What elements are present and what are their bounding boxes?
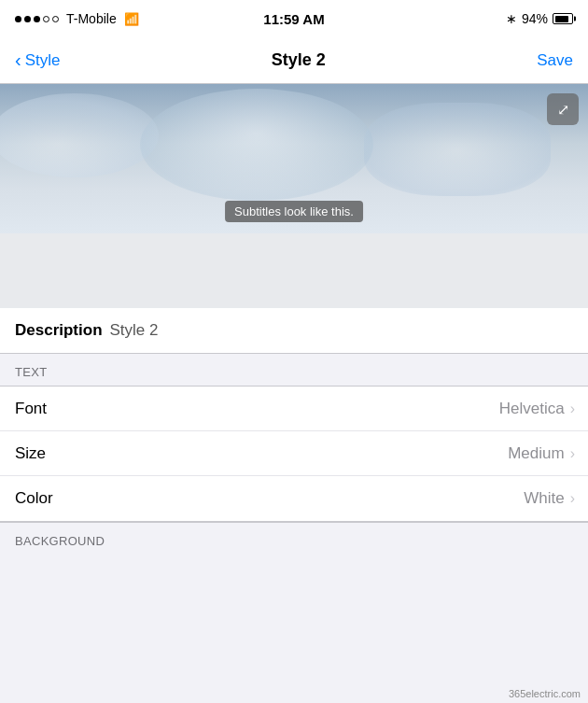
nav-title: Style 2 [272,50,326,70]
size-row[interactable]: Size Medium › [0,431,588,476]
font-value: Helvetica [499,400,565,418]
dot-3 [34,16,40,22]
text-section-header-label: TEXT [15,365,47,379]
preview-bottom-area [0,233,588,308]
size-value-container: Medium › [508,444,573,463]
status-bar-left: T-Mobile 📶 [15,11,139,26]
back-label: Style [25,51,61,70]
color-label: Color [15,489,53,508]
background-section-header-label: BACKGROUND [15,534,105,548]
dot-4 [43,16,49,22]
wifi-icon: 📶 [124,12,139,26]
battery-icon [553,13,573,24]
cloud-decoration-3 [140,89,373,201]
dot-5 [52,16,59,22]
cloud-decoration-2 [364,103,551,196]
background-section: BACKGROUND [0,522,588,555]
battery-percent: 94% [522,11,548,26]
back-chevron-icon: ‹ [15,50,21,69]
cloud-decoration-1 [0,93,159,177]
font-chevron-icon: › [570,401,575,417]
font-row[interactable]: Font Helvetica › [0,387,588,431]
carrier-name: T-Mobile [66,11,117,26]
size-value: Medium [508,444,564,463]
status-bar-right: ∗ 94% [506,11,573,26]
color-value-container: White › [524,489,573,508]
description-value: Style 2 [110,321,159,340]
status-bar: T-Mobile 📶 11:59 AM ∗ 94% [0,0,588,37]
subtitle-preview: Subtitles look like this. [225,201,363,222]
dot-2 [24,16,31,22]
text-section-header: TEXT [0,354,588,386]
save-button[interactable]: Save [537,51,573,70]
expand-icon: ⤢ [557,101,569,119]
color-chevron-icon: › [570,490,575,507]
description-label: Description [15,321,103,340]
preview-sky-background: Subtitles look like this. [0,84,588,233]
text-settings-list: Font Helvetica › Size Medium › Color Whi… [0,386,588,522]
description-row: Description Style 2 [0,308,588,354]
signal-dots [15,16,59,22]
font-value-container: Helvetica › [499,400,573,418]
preview-area: Subtitles look like this. ⤢ [0,84,588,308]
color-value: White [524,489,564,508]
back-button[interactable]: ‹ Style [15,51,60,70]
font-label: Font [15,400,47,418]
battery-fill [555,16,569,22]
size-chevron-icon: › [570,445,575,462]
bluetooth-icon: ∗ [506,11,517,26]
expand-button[interactable]: ⤢ [547,93,579,125]
color-row[interactable]: Color White › [0,476,588,521]
watermark: 365electric.com [509,688,581,699]
nav-bar: ‹ Style Style 2 Save [0,37,588,84]
size-label: Size [15,444,46,463]
status-bar-time: 11:59 AM [263,11,324,27]
text-section: TEXT Font Helvetica › Size Medium › Colo… [0,354,588,522]
dot-1 [15,16,21,22]
